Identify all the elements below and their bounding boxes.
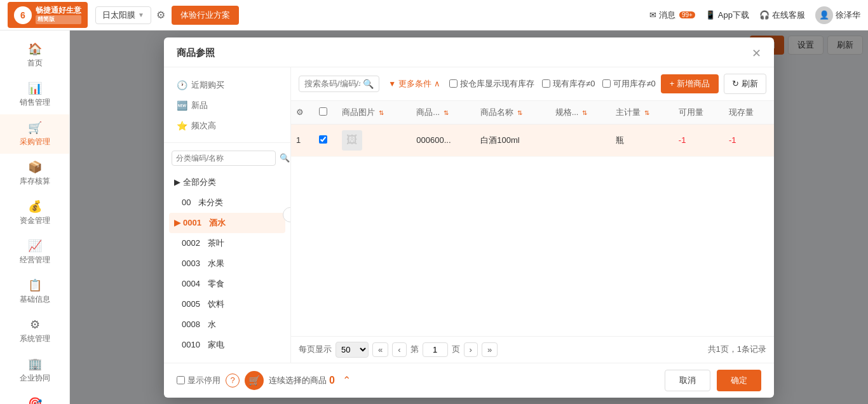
row-checkbox[interactable] bbox=[314, 124, 337, 156]
category-item-0003[interactable]: 0003 水果 bbox=[169, 253, 285, 274]
category-item-0004[interactable]: 0004 零食 bbox=[169, 274, 285, 294]
select-all-checkbox[interactable] bbox=[319, 107, 327, 116]
first-page-button[interactable]: « bbox=[372, 342, 388, 357]
confirm-button[interactable]: 确定 bbox=[717, 370, 761, 391]
sidebar-label-system: 系统管理 bbox=[20, 333, 50, 344]
selector-arrow-icon: ▼ bbox=[138, 11, 144, 18]
high-frequency-item[interactable]: ⭐ 频次高 bbox=[172, 116, 283, 136]
user-profile[interactable]: 👤 徐泽华 bbox=[815, 6, 860, 24]
refresh-button[interactable]: ↻ 刷新 bbox=[724, 74, 766, 94]
row-spec bbox=[550, 124, 611, 156]
product-thumbnail: 🖼 bbox=[342, 130, 362, 151]
row-stock: -1 bbox=[724, 124, 774, 156]
col-unit: 主计量 ⇅ bbox=[611, 101, 674, 125]
page-size-select[interactable]: 20 50 100 bbox=[336, 342, 369, 358]
category-item-0002[interactable]: 0002 茶叶 bbox=[169, 233, 285, 253]
add-product-button[interactable]: + 新增商品 bbox=[661, 74, 719, 93]
checkbox-available-ne0[interactable] bbox=[602, 79, 611, 88]
product-search-input[interactable] bbox=[304, 79, 360, 88]
category-item-0010[interactable]: 0010 家电 bbox=[169, 335, 285, 355]
page-prefix-label: 第 bbox=[410, 344, 419, 355]
sidebar-item-purchase[interactable]: 🛒 采购管理 bbox=[0, 114, 69, 154]
inventory-icon: 📦 bbox=[28, 160, 42, 174]
row-index: 1 bbox=[291, 124, 314, 156]
sidebar-item-home[interactable]: 🏠 首页 bbox=[0, 36, 69, 75]
checkbox-stock-ne0[interactable] bbox=[542, 79, 550, 88]
col-settings[interactable]: ⚙ bbox=[291, 101, 314, 125]
sidebar-item-sales[interactable]: 📊 销售管理 bbox=[0, 75, 69, 114]
left-sidebar: 🏠 首页 📊 销售管理 🛒 采购管理 📦 库存核算 💰 资金管理 📈 经营管理 … bbox=[0, 30, 70, 404]
checkbox-available-label[interactable]: 可用库存≠0 bbox=[602, 78, 655, 90]
checkbox-warehouse-label[interactable]: 按仓库显示现有库存 bbox=[449, 78, 534, 90]
modal-left-panel: 《 🕐 近期购买 🆕 新品 ⭐ 频次高 bbox=[164, 67, 291, 363]
footer-left: 显示停用 ? 🛒 连续选择的商品 0 ⌃ bbox=[177, 371, 351, 390]
category-item-0008[interactable]: 0008 水 bbox=[169, 314, 285, 335]
footer-right: 取消 确定 bbox=[665, 370, 761, 391]
row-code: 000600... bbox=[411, 124, 475, 156]
category-item-00[interactable]: 00 未分类 bbox=[169, 192, 285, 213]
checkbox-stock-label[interactable]: 现有库存≠0 bbox=[542, 78, 595, 90]
sidebar-item-newbie[interactable]: 🎯 新手引导 bbox=[0, 390, 69, 404]
display-disabled-area: 显示停用 bbox=[177, 375, 220, 386]
trial-button[interactable]: 体验行业方案 bbox=[172, 6, 239, 25]
messages-nav-item[interactable]: ✉ 消息 99+ bbox=[649, 10, 695, 21]
sidebar-item-business[interactable]: 📈 经营管理 bbox=[0, 232, 69, 272]
store-selector[interactable]: 日太阳膜 ▼ bbox=[95, 6, 151, 24]
next-page-button[interactable]: › bbox=[464, 342, 478, 357]
app-download-nav-item[interactable]: 📱 App下载 bbox=[705, 10, 749, 21]
checkbox-warehouse[interactable] bbox=[449, 79, 458, 88]
product-search-icon[interactable]: 🔍 bbox=[363, 79, 374, 89]
messages-badge: 99+ bbox=[679, 11, 695, 18]
frequency-icon: ⭐ bbox=[177, 121, 187, 131]
product-table-body: 1 🖼 000600... 白酒100ml 瓶 -1 -1 bbox=[291, 124, 774, 156]
modal-footer: 显示停用 ? 🛒 连续选择的商品 0 ⌃ 取消 确定 bbox=[164, 363, 774, 398]
sidebar-label-finance: 资金管理 bbox=[20, 215, 50, 226]
settings-gear-icon[interactable]: ⚙ bbox=[156, 9, 165, 21]
service-nav-item[interactable]: 🎧 在线客服 bbox=[759, 10, 805, 21]
sidebar-item-system[interactable]: ⚙ 系统管理 bbox=[0, 311, 69, 351]
filter-icon: ▼ bbox=[388, 79, 396, 88]
filter-more-button[interactable]: ▼ 更多条件 ∧ bbox=[384, 76, 444, 92]
cart-icon: 🛒 bbox=[245, 371, 264, 390]
page-number-input[interactable] bbox=[423, 342, 448, 357]
sort-spec-icon: ⇅ bbox=[582, 109, 587, 116]
sidebar-item-basic[interactable]: 📋 基础信息 bbox=[0, 272, 69, 311]
category-item-0005[interactable]: 0005 饮料 bbox=[169, 294, 285, 314]
sidebar-item-finance[interactable]: 💰 资金管理 bbox=[0, 193, 69, 232]
cancel-button[interactable]: 取消 bbox=[665, 370, 710, 391]
headset-icon: 🎧 bbox=[759, 10, 770, 20]
table-row[interactable]: 1 🖼 000600... 白酒100ml 瓶 -1 -1 bbox=[291, 124, 774, 156]
newbie-icon: 🎯 bbox=[28, 396, 42, 404]
category-search-icon[interactable]: 🔍 bbox=[280, 153, 290, 163]
modal-body: 《 🕐 近期购买 🆕 新品 ⭐ 频次高 bbox=[164, 67, 774, 363]
modal-right-panel: 🔍 ▼ 更多条件 ∧ 按仓库显示现有库存 bbox=[291, 67, 774, 363]
sort-unit-icon: ⇅ bbox=[644, 109, 649, 116]
sidebar-item-enterprise[interactable]: 🏢 企业协同 bbox=[0, 351, 69, 390]
avatar: 👤 bbox=[815, 6, 833, 24]
nav-right: ✉ 消息 99+ 📱 App下载 🎧 在线客服 👤 徐泽华 bbox=[649, 6, 860, 24]
prev-page-button[interactable]: ‹ bbox=[392, 342, 406, 357]
col-available: 可用量 bbox=[674, 101, 724, 125]
category-all[interactable]: ▶ 全部分类 bbox=[169, 172, 285, 192]
last-page-button[interactable]: » bbox=[482, 342, 498, 357]
new-products-item[interactable]: 🆕 新品 bbox=[172, 95, 283, 116]
sidebar-label-inventory: 库存核算 bbox=[20, 176, 50, 187]
category-item-0001[interactable]: ▶ 0001 酒水 bbox=[169, 213, 285, 233]
display-disabled-checkbox[interactable] bbox=[177, 376, 185, 384]
phone-icon: 📱 bbox=[705, 10, 715, 20]
footer-collapse-button[interactable]: ⌃ bbox=[342, 374, 351, 386]
modal-title: 商品参照 bbox=[177, 47, 215, 59]
recent-purchase-item[interactable]: 🕐 近期购买 bbox=[172, 75, 283, 95]
new-icon: 🆕 bbox=[177, 100, 187, 111]
logo-icon: 6 bbox=[14, 6, 32, 24]
col-checkbox bbox=[314, 101, 337, 125]
logo: 6 畅捷通好生意 精简版 bbox=[8, 2, 88, 28]
sidebar-item-inventory[interactable]: 📦 库存核算 bbox=[0, 154, 69, 193]
col-spec: 规格... ⇅ bbox=[550, 101, 611, 125]
logo-text: 畅捷通好生意 精简版 bbox=[36, 6, 81, 24]
help-icon[interactable]: ? bbox=[226, 374, 240, 387]
category-search-input[interactable] bbox=[172, 151, 276, 166]
sort-code-icon: ⇅ bbox=[444, 109, 449, 116]
modal-close-icon[interactable]: ✕ bbox=[752, 46, 761, 60]
active-cat-arrow: ▶ bbox=[174, 218, 180, 227]
